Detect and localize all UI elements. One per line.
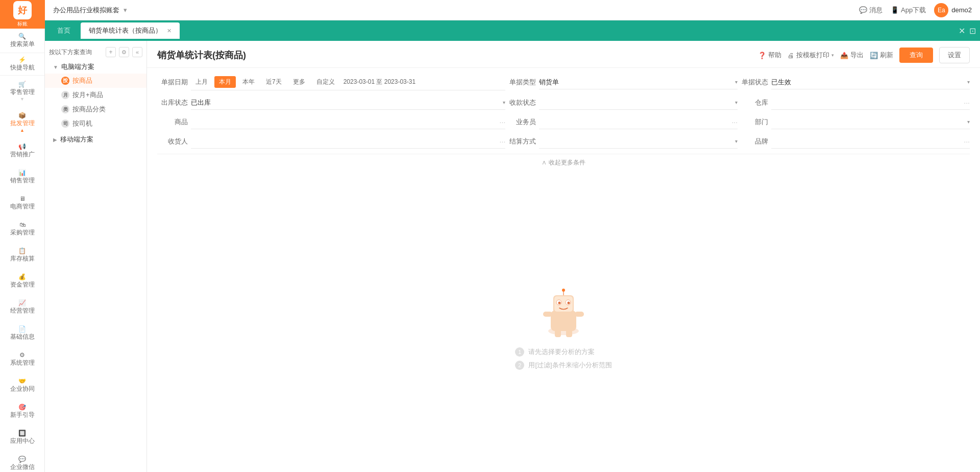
filter-receiver-item: 收货人 ··· — [157, 134, 505, 149]
sidebar-item-guide[interactable]: 🎯 新手引导 — [0, 398, 44, 424]
help-button[interactable]: ❓ 帮助 — [758, 51, 781, 60]
scheme-item-by-category[interactable]: 类 按商品分类 — [45, 102, 146, 116]
scheme-item-by-driver[interactable]: 司 按司机 — [45, 116, 146, 131]
collapse-panel-button[interactable]: « — [132, 47, 142, 57]
scheme-icon-month: 月 — [61, 91, 69, 99]
sidebar-item-enterprise[interactable]: 🤝 企业协同 — [0, 372, 44, 398]
warehouse-control[interactable]: ··· — [771, 96, 970, 110]
sidebar-item-system[interactable]: ⚙ 系统管理 — [0, 346, 44, 372]
sidebar-item-ecommerce[interactable]: 🖥 电商管理 — [0, 190, 44, 216]
tab-home[interactable]: 首页 — [49, 22, 79, 39]
sidebar-quicknav-label: 快捷导航 — [10, 63, 35, 72]
app-download-button[interactable]: 📱 App下载 — [891, 6, 926, 15]
filter-row-3: 商品 ··· 业务员 ··· 部门 — [157, 115, 970, 129]
page-header-actions: ❓ 帮助 🖨 按模板打印 ▾ 📤 导出 🔄 刷新 — [758, 47, 970, 63]
enterprise-label: 企业协同 — [10, 385, 35, 393]
page-title: 销货单统计表(按商品) — [157, 49, 758, 61]
scheme-item-by-month-goods[interactable]: 月 按月+商品 — [45, 88, 146, 102]
salesperson-control[interactable]: ··· — [539, 115, 738, 129]
topbar-title-text: 办公用品行业模拟账套 — [53, 6, 119, 14]
sidebar-item-appcenter[interactable]: 🔲 应用中心 — [0, 424, 44, 451]
goods-control[interactable]: ··· — [191, 115, 505, 129]
payment-status-control[interactable]: ▾ — [539, 96, 738, 110]
enterprise-icon: 🤝 — [18, 377, 26, 385]
sales-icon: 📊 — [18, 169, 26, 176]
search-icon: 🔍 — [18, 33, 26, 40]
page-header: 销货单统计表(按商品) ❓ 帮助 🖨 按模板打印 ▾ 📤 导出 — [147, 41, 980, 68]
collapse-filter-button[interactable]: ∧ 收起更多条件 — [157, 154, 970, 171]
type-filter-control[interactable]: 销货单 ▾ — [539, 75, 738, 89]
sidebar-logo[interactable]: 好 标账 — [0, 0, 45, 29]
wh-status-control[interactable]: 已出库 ▾ — [191, 96, 505, 110]
filter-row-2: 出库状态 已出库 ▾ 收款状态 ▾ 仓库 — [157, 96, 970, 110]
sidebar-item-inventory[interactable]: 📋 库存核算 — [0, 242, 44, 268]
type-label: 单据类型 — [505, 78, 536, 87]
status-filter-control[interactable]: 已生效 ▾ — [771, 75, 970, 89]
right-content: 销货单统计表(按商品) ❓ 帮助 🖨 按模板打印 ▾ 📤 导出 — [147, 41, 980, 472]
left-panel-title: 按以下方案查询 — [49, 48, 103, 57]
marketing-label: 营销推广 — [10, 150, 35, 159]
guide-label: 新手引导 — [10, 411, 35, 419]
sidebar-item-wholesale[interactable]: 📦 批发管理 ▲ — [0, 107, 44, 138]
query-button[interactable]: 查询 — [899, 48, 933, 63]
user-profile[interactable]: Ea demo2 — [934, 3, 972, 17]
sidebar-item-corpwechat[interactable]: 💬 企业微信 — [0, 451, 44, 472]
date-btn-thisyear[interactable]: 本年 — [238, 76, 259, 88]
topbar-dropdown-icon[interactable]: ▾ — [124, 6, 127, 14]
sidebar-item-search[interactable]: 🔍 搜索菜单 — [0, 29, 44, 53]
page-content: 按以下方案查询 + ⚙ « ▼ 电脑端方案 按 按商品 月 按月+商品 — [45, 41, 980, 472]
export-button[interactable]: 📤 导出 — [840, 51, 864, 60]
brand-control[interactable]: ··· — [771, 134, 970, 149]
scheme-group-mobile-header[interactable]: ▶ 移动端方案 — [45, 133, 146, 146]
date-btn-lastmonth[interactable]: 上月 — [191, 76, 212, 88]
group-pc-label: 电脑端方案 — [61, 62, 94, 72]
appcenter-icon: 🔲 — [18, 430, 26, 437]
receiver-dots[interactable]: ··· — [500, 137, 506, 146]
filter-area: 单据日期 上月 本月 本年 近7天 更多 自定义 2023-03-01 至 20… — [147, 68, 980, 177]
warehouse-dots[interactable]: ··· — [964, 99, 970, 107]
salesperson-dots[interactable]: ··· — [731, 118, 738, 126]
date-btn-thismonth[interactable]: 本月 — [214, 76, 236, 88]
brand-dots[interactable]: ··· — [964, 137, 970, 146]
sidebar-item-basic[interactable]: 📄 基础信息 — [0, 320, 44, 346]
tab-close-button[interactable]: ✕ — [167, 28, 172, 34]
wholesale-arrow: ▲ — [20, 128, 24, 133]
receiver-control[interactable]: ··· — [191, 134, 505, 149]
payment-method-control[interactable]: ▾ — [539, 134, 738, 149]
dept-label: 部门 — [738, 117, 768, 127]
retail-icon: 🛒 — [18, 81, 26, 88]
date-btn-more[interactable]: 更多 — [288, 76, 310, 88]
tab-sales-stats[interactable]: 销货单统计表（按商品） ✕ — [81, 22, 180, 39]
refresh-button[interactable]: 🔄 刷新 — [870, 51, 893, 60]
purchase-icon: 🛍 — [19, 221, 26, 228]
goods-dots[interactable]: ··· — [500, 118, 506, 126]
message-button[interactable]: 💬 消息 — [859, 6, 883, 15]
scheme-item-by-goods[interactable]: 按 按商品 — [45, 74, 146, 88]
sidebar-item-management[interactable]: 📈 经营管理 — [0, 294, 44, 320]
add-scheme-button[interactable]: + — [106, 47, 116, 57]
print-button[interactable]: 🖨 按模板打印 ▾ — [788, 51, 834, 60]
inventory-icon: 📋 — [18, 247, 26, 254]
dept-control[interactable]: ▾ — [771, 115, 970, 129]
date-btn-custom[interactable]: 自定义 — [312, 76, 339, 88]
sidebar-item-quicknav[interactable]: ⚡ 快捷导航 — [0, 53, 44, 76]
export-icon: 📤 — [840, 52, 848, 59]
filter-row-4: 收货人 ··· 结算方式 ▾ 品牌 — [157, 134, 970, 149]
sidebar-item-finance[interactable]: 💰 资金管理 — [0, 268, 44, 294]
date-btn-7days[interactable]: 近7天 — [261, 76, 286, 88]
sidebar-item-purchase[interactable]: 🛍 采购管理 — [0, 216, 44, 242]
scheme-group-pc-header[interactable]: ▼ 电脑端方案 — [45, 60, 146, 74]
sidebar-item-retail[interactable]: 🛒 零售管理 ▼ — [0, 76, 44, 107]
date-label: 单据日期 — [157, 78, 188, 87]
sidebar-item-marketing[interactable]: 📢 营销推广 — [0, 138, 44, 164]
ecommerce-icon: 🖥 — [19, 195, 26, 202]
tab-close-all-icon[interactable]: ✕ — [959, 26, 965, 36]
hint-num-1: 1 — [515, 347, 524, 357]
date-filter-control: 上月 本月 本年 近7天 更多 自定义 2023-03-01 至 2023-03… — [191, 74, 505, 90]
settings-scheme-button[interactable]: ⚙ — [119, 47, 129, 57]
appcenter-label: 应用中心 — [10, 437, 35, 445]
tab-sales-stats-label: 销货单统计表（按商品） — [89, 26, 162, 35]
tab-fullscreen-icon[interactable]: ⊡ — [969, 26, 976, 36]
settings-button[interactable]: 设置 — [939, 47, 970, 63]
sidebar-item-sales[interactable]: 📊 销售管理 — [0, 164, 44, 190]
